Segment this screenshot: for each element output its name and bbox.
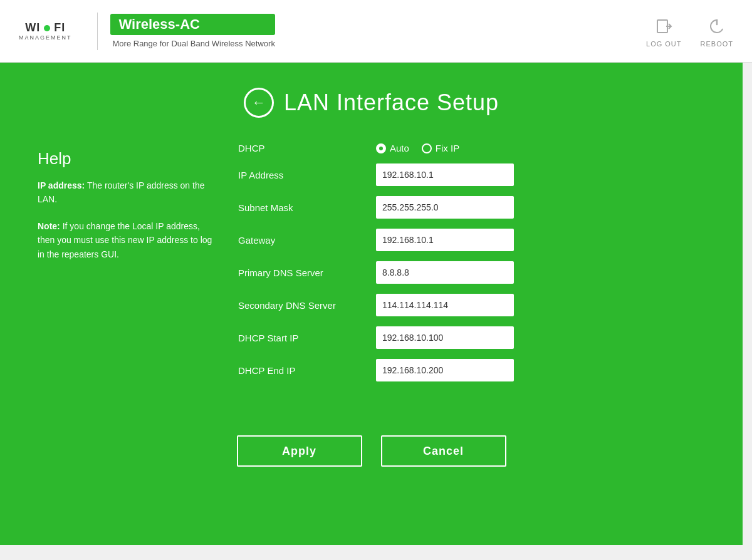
dhcp-end-input[interactable] — [376, 359, 514, 381]
brand-name-area: Wireless-AC More Range for Dual Band Wir… — [110, 14, 275, 48]
button-row: Apply Cancel — [0, 435, 743, 492]
dhcp-auto-option[interactable]: Auto — [376, 143, 409, 153]
primary-dns-input[interactable] — [376, 261, 514, 284]
subnet-mask-label: Subnet Mask — [238, 202, 363, 213]
reboot-label: REBOOT — [701, 40, 733, 48]
secondary-dns-row: Secondary DNS Server — [238, 294, 705, 316]
back-arrow-icon: ← — [252, 96, 266, 110]
primary-dns-label: Primary DNS Server — [238, 267, 363, 278]
brand-name: Wireless-AC — [110, 14, 275, 35]
dhcp-label: DHCP — [238, 143, 363, 153]
logout-button[interactable]: LOG OUT — [646, 15, 682, 48]
form-area: Help IP address: The router's IP address… — [0, 137, 743, 417]
apply-button[interactable]: Apply — [237, 435, 362, 467]
dhcp-start-label: DHCP Start IP — [238, 333, 363, 343]
primary-dns-row: Primary DNS Server — [238, 261, 705, 284]
header-actions: LOG OUT REBOOT — [646, 15, 733, 48]
reboot-icon — [706, 15, 728, 38]
ip-address-row: IP Address — [238, 163, 705, 186]
dhcp-radio-group: Auto Fix IP — [376, 143, 459, 153]
logo-management-text: MANAGEMENT — [19, 34, 72, 41]
logo-fi-text: FI — [54, 21, 65, 34]
gateway-label: Gateway — [238, 235, 363, 246]
logo-area: WI FI MANAGEMENT — [19, 21, 72, 41]
dhcp-auto-radio[interactable] — [376, 143, 386, 153]
reboot-button[interactable]: REBOOT — [701, 15, 733, 48]
ip-address-input[interactable] — [376, 163, 514, 186]
cancel-button[interactable]: Cancel — [381, 435, 506, 467]
help-ip-label: IP address: — [38, 180, 85, 190]
dhcp-start-row: DHCP Start IP — [238, 326, 705, 349]
logo-wi-text: WI — [25, 21, 40, 34]
dhcp-auto-label: Auto — [390, 143, 409, 153]
dhcp-end-label: DHCP End IP — [238, 365, 363, 376]
page-title-area: ← LAN Interface Setup — [0, 63, 743, 137]
dhcp-fixip-radio[interactable] — [422, 143, 432, 153]
subnet-mask-row: Subnet Mask — [238, 196, 705, 219]
help-note-text: Note: If you change the Local IP address… — [38, 219, 213, 261]
gateway-row: Gateway — [238, 229, 705, 251]
help-note-label: Note: — [38, 221, 60, 231]
help-ip-text: IP address: The router's IP address on t… — [38, 179, 213, 207]
ip-address-label: IP Address — [238, 170, 363, 180]
help-title: Help — [38, 149, 213, 169]
gateway-input[interactable] — [376, 229, 514, 251]
back-button[interactable]: ← — [244, 88, 274, 118]
brand-subtitle: More Range for Dual Band Wireless Networ… — [113, 39, 275, 48]
help-note-description: If you change the Local IP address, then… — [38, 221, 212, 259]
dhcp-fixip-option[interactable]: Fix IP — [422, 143, 459, 153]
dhcp-start-input[interactable] — [376, 326, 514, 349]
help-panel: Help IP address: The router's IP address… — [38, 137, 213, 391]
main-content: ← LAN Interface Setup Help IP address: T… — [0, 63, 743, 545]
logout-icon — [652, 15, 675, 38]
logo-dot — [44, 25, 50, 31]
dhcp-end-row: DHCP End IP — [238, 359, 705, 381]
svg-rect-0 — [657, 20, 667, 33]
page-title: LAN Interface Setup — [284, 90, 499, 116]
dhcp-row: DHCP Auto Fix IP — [238, 143, 705, 153]
header: WI FI MANAGEMENT Wireless-AC More Range … — [0, 0, 752, 63]
logo-wifi: WI FI — [25, 21, 65, 34]
secondary-dns-label: Secondary DNS Server — [238, 300, 363, 311]
header-divider-left — [97, 13, 98, 50]
fields-panel: DHCP Auto Fix IP IP Address — [238, 137, 705, 391]
subnet-mask-input[interactable] — [376, 196, 514, 219]
logout-label: LOG OUT — [646, 40, 682, 48]
dhcp-fixip-label: Fix IP — [436, 143, 459, 153]
secondary-dns-input[interactable] — [376, 294, 514, 316]
